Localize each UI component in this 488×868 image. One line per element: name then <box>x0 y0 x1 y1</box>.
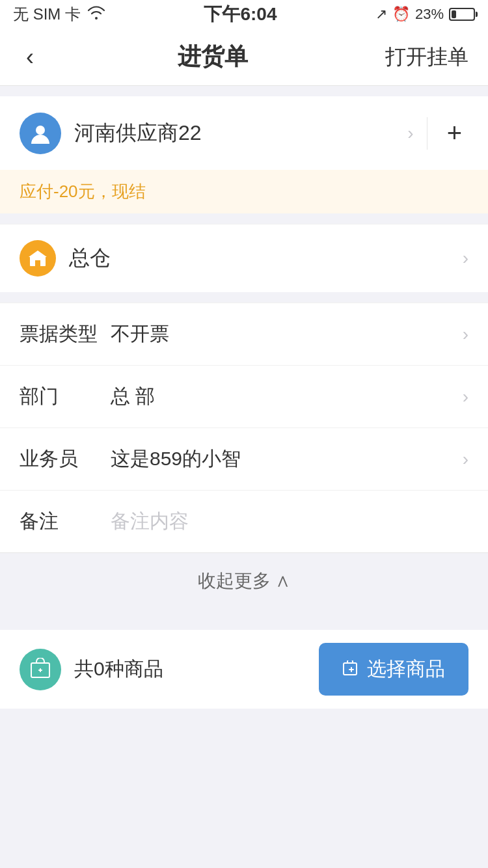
notice-text: 应付-20元，现结 <box>20 182 146 201</box>
vertical-divider <box>427 117 427 150</box>
section-gap-3 <box>0 292 488 303</box>
location-icon: ↗ <box>375 6 387 23</box>
add-button[interactable]: + <box>441 112 468 154</box>
status-bar: 无 SIM 卡 下午6:04 ↗ ⏰ 23% <box>0 0 488 29</box>
supplier-chevron-icon: › <box>407 123 413 144</box>
collapse-label: 收起更多 ∧ <box>198 569 291 593</box>
open-pending-button[interactable]: 打开挂单 <box>385 43 468 72</box>
section-gap-2 <box>0 213 488 224</box>
department-chevron-icon: › <box>463 387 468 407</box>
supplier-section: 河南供应商22 › + 应付-20元，现结 <box>0 96 488 213</box>
section-gap-1 <box>0 86 488 96</box>
warehouse-name: 总仓 <box>69 244 463 273</box>
salesperson-label: 业务员 <box>20 446 111 472</box>
department-label: 部门 <box>20 383 111 410</box>
salesperson-row[interactable]: 业务员 这是859的小智 › <box>0 427 488 490</box>
ticket-type-chevron-icon: › <box>463 324 468 345</box>
warehouse-row[interactable]: 总仓 › <box>0 224 488 292</box>
svg-point-0 <box>36 126 45 135</box>
warehouse-chevron-icon: › <box>463 248 468 269</box>
status-left: 无 SIM 卡 <box>13 4 105 25</box>
section-gap-4 <box>0 609 488 619</box>
product-count-text: 共0种商品 <box>74 656 319 683</box>
nav-bar: ‹ 进货单 打开挂单 <box>0 29 488 86</box>
collapse-button[interactable]: 收起更多 ∧ <box>0 552 488 609</box>
svg-rect-2 <box>35 260 40 266</box>
alarm-icon: ⏰ <box>392 6 410 23</box>
carrier-text: 无 SIM 卡 <box>13 4 81 25</box>
salesperson-value: 这是859的小智 <box>111 446 463 472</box>
wifi-icon <box>87 5 105 23</box>
select-product-label: 选择商品 <box>367 656 445 683</box>
ticket-type-label: 票据类型 <box>20 321 111 347</box>
supplier-row[interactable]: 河南供应商22 › + <box>0 96 488 170</box>
select-product-button[interactable]: 选择商品 <box>319 643 468 696</box>
supplier-avatar <box>20 113 61 154</box>
product-bar: 共0种商品 选择商品 <box>0 630 488 709</box>
remarks-row[interactable]: 备注 备注内容 <box>0 490 488 552</box>
department-row[interactable]: 部门 总 部 › <box>0 365 488 427</box>
salesperson-chevron-icon: › <box>463 449 468 470</box>
warehouse-section: 总仓 › <box>0 224 488 292</box>
product-icon <box>20 649 61 690</box>
status-right: ↗ ⏰ 23% <box>375 6 475 23</box>
battery-percent: 23% <box>415 6 444 23</box>
form-section: 票据类型 不开票 › 部门 总 部 › 业务员 这是859的小智 › 备注 备注… <box>0 303 488 552</box>
supplier-name: 河南供应商22 <box>74 119 407 148</box>
ticket-type-row[interactable]: 票据类型 不开票 › <box>0 303 488 365</box>
back-button[interactable]: ‹ <box>20 37 40 77</box>
notice-bar: 应付-20元，现结 <box>0 170 488 213</box>
remarks-label: 备注 <box>20 508 111 535</box>
department-value: 总 部 <box>111 383 463 410</box>
battery-icon <box>449 8 475 21</box>
page-title: 进货单 <box>178 41 248 73</box>
warehouse-icon <box>20 240 56 277</box>
ticket-type-value: 不开票 <box>111 321 463 347</box>
remarks-placeholder: 备注内容 <box>111 508 468 535</box>
status-time: 下午6:04 <box>204 2 277 27</box>
